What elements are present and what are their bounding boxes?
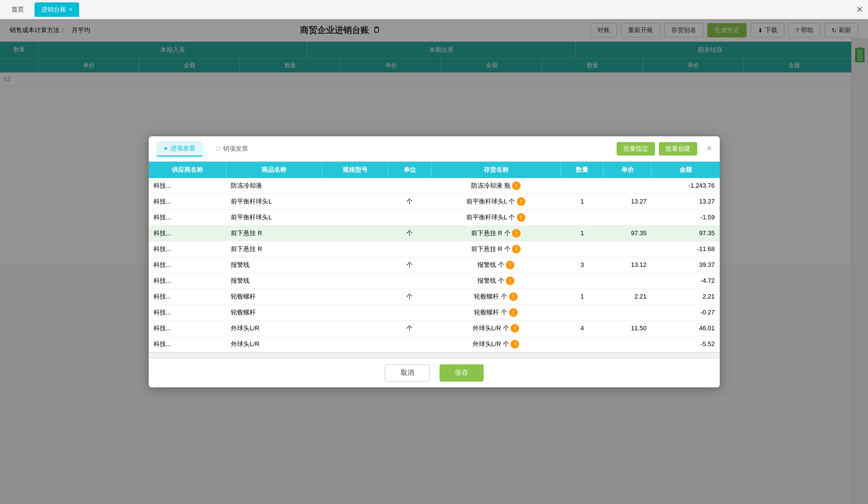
warning-icon[interactable]: ! bbox=[512, 181, 521, 190]
inventory-cell: 轮毂螺杆 个 ! bbox=[431, 288, 561, 304]
table-cell: 前下悬挂 R bbox=[226, 241, 321, 257]
horizontal-scrollbar[interactable] bbox=[149, 352, 720, 358]
table-cell: 前下悬挂 R bbox=[226, 225, 321, 241]
table-cell: 轮毂螺杆 bbox=[226, 304, 321, 320]
table-cell: 13.27 bbox=[604, 193, 652, 209]
warning-icon[interactable]: ! bbox=[517, 213, 525, 222]
table-cell: 1 bbox=[561, 193, 604, 209]
table-cell bbox=[388, 336, 431, 352]
table-row: 科技...前平衡杆球头L前平衡杆球头L 个 !-1.59 bbox=[149, 209, 720, 225]
tab-close-icon[interactable]: × bbox=[69, 6, 72, 13]
batch-assign-button[interactable]: 批量指定 bbox=[617, 142, 655, 156]
table-cell: 外球头L/R bbox=[226, 336, 321, 352]
warning-icon[interactable]: ! bbox=[512, 229, 521, 238]
table-cell: 个 bbox=[388, 257, 431, 273]
table-cell bbox=[561, 304, 604, 320]
table-cell bbox=[322, 320, 388, 336]
warning-icon[interactable]: ! bbox=[506, 261, 514, 269]
table-row: 科技...轮毂螺杆个轮毂螺杆 个 !12.212.21 bbox=[149, 288, 720, 304]
table-cell bbox=[388, 273, 431, 288]
tab-home[interactable]: 首页 bbox=[5, 2, 31, 17]
table-cell: 科技... bbox=[149, 193, 226, 209]
table-cell: -5.52 bbox=[652, 336, 720, 352]
inventory-cell: 前平衡杆球头L 个 ! bbox=[431, 209, 561, 225]
table-cell: 4 bbox=[561, 320, 604, 336]
modal-table-wrap[interactable]: 供应商名称 商品名称 规格型号 单位 存货名称 数量 单价 金额 科技...防冻… bbox=[149, 162, 720, 352]
table-cell bbox=[388, 241, 431, 257]
inventory-cell: 防冻冷却液 瓶 ! bbox=[431, 178, 561, 194]
inventory-cell: 报警线 个 ! bbox=[431, 257, 561, 273]
outgoing-icon: □ bbox=[216, 145, 220, 152]
table-cell: 科技... bbox=[149, 178, 226, 194]
warning-icon[interactable]: ! bbox=[512, 245, 521, 253]
warning-icon[interactable]: ! bbox=[511, 340, 519, 348]
inventory-cell: 轮毂螺杆 个 ! bbox=[431, 304, 561, 320]
incoming-icon: ● bbox=[164, 144, 168, 152]
table-cell bbox=[604, 241, 652, 257]
tab-incoming-invoice[interactable]: ● 进项发票 bbox=[156, 141, 203, 156]
th-amount: 金额 bbox=[652, 162, 720, 178]
table-cell bbox=[322, 193, 388, 209]
tab-outgoing-invoice[interactable]: □ 销项发票 bbox=[209, 142, 256, 156]
tab-active[interactable]: 进销台账 × bbox=[35, 2, 79, 17]
table-cell: 外球头L/R bbox=[226, 320, 321, 336]
table-cell bbox=[322, 304, 388, 320]
th-inventory: 存货名称 bbox=[431, 162, 561, 178]
warning-icon[interactable]: ! bbox=[517, 197, 525, 206]
table-cell bbox=[604, 336, 652, 352]
cancel-button[interactable]: 取消 bbox=[385, 364, 430, 382]
table-cell: 2.21 bbox=[604, 288, 652, 304]
table-cell bbox=[322, 178, 388, 194]
table-cell: -0.27 bbox=[652, 304, 720, 320]
modal-header-actions: 批量指定 批量创建 bbox=[617, 142, 697, 156]
warning-icon[interactable]: ! bbox=[509, 308, 518, 317]
table-cell bbox=[322, 225, 388, 241]
table-cell bbox=[561, 273, 604, 288]
table-cell: 报警线 bbox=[226, 257, 321, 273]
table-cell: 科技... bbox=[149, 209, 226, 225]
modal-close-button[interactable]: × bbox=[707, 144, 712, 154]
table-cell: 轮毂螺杆 bbox=[226, 288, 321, 304]
table-row: 科技...外球头L/R个外球头L/R 个 !411.5046.01 bbox=[149, 320, 720, 336]
th-spec: 规格型号 bbox=[322, 162, 388, 178]
table-cell: 1 bbox=[561, 288, 604, 304]
table-cell: 防冻冷却液 bbox=[226, 178, 321, 194]
table-cell: 3 bbox=[561, 257, 604, 273]
table-cell: 个 bbox=[388, 320, 431, 336]
table-row: 科技...防冻冷却液防冻冷却液 瓶 !-1,243.76 bbox=[149, 178, 720, 194]
modal-overlay: ● 进项发票 □ 销项发票 批量指定 批量创建 × 供应 bbox=[0, 19, 868, 504]
table-cell bbox=[388, 178, 431, 194]
warning-icon[interactable]: ! bbox=[509, 292, 518, 301]
table-cell bbox=[561, 178, 604, 194]
table-cell: -1.59 bbox=[652, 209, 720, 225]
save-button[interactable]: 保存 bbox=[440, 364, 484, 382]
table-cell bbox=[322, 288, 388, 304]
table-cell: 前平衡杆球头L bbox=[226, 209, 321, 225]
table-cell bbox=[561, 336, 604, 352]
table-cell bbox=[604, 209, 652, 225]
warning-icon[interactable]: ! bbox=[506, 276, 514, 285]
inventory-cell: 外球头L/R 个 ! bbox=[431, 336, 561, 352]
table-cell: -1,243.76 bbox=[652, 178, 720, 194]
table-cell bbox=[388, 209, 431, 225]
table-row: 科技...外球头L/R外球头L/R 个 !-5.52 bbox=[149, 336, 720, 352]
batch-create-button[interactable]: 批量创建 bbox=[659, 142, 697, 156]
inventory-cell: 前平衡杆球头L 个 ! bbox=[431, 193, 561, 209]
warning-icon[interactable]: ! bbox=[511, 324, 519, 333]
table-cell: 前平衡杆球头L bbox=[226, 193, 321, 209]
table-cell bbox=[322, 241, 388, 257]
table-cell: -4.72 bbox=[652, 273, 720, 288]
table-cell: 97.35 bbox=[652, 225, 720, 241]
table-row: 科技...前下悬挂 R前下悬挂 R 个 !-11.68 bbox=[149, 241, 720, 257]
table-cell: -11.68 bbox=[652, 241, 720, 257]
table-cell: 科技... bbox=[149, 225, 226, 241]
modal-footer: 取消 保存 bbox=[149, 358, 720, 387]
table-cell bbox=[604, 178, 652, 194]
table-row: 科技...前平衡杆球头L个前平衡杆球头L 个 !113.2713.27 bbox=[149, 193, 720, 209]
table-cell: 科技... bbox=[149, 257, 226, 273]
modal-header: ● 进项发票 □ 销项发票 批量指定 批量创建 × bbox=[149, 136, 720, 162]
table-cell: 13.12 bbox=[604, 257, 652, 273]
table-row: 科技...前下悬挂 R个前下悬挂 R 个 !197.3597.35 bbox=[149, 225, 720, 241]
window-close-button[interactable]: ✕ bbox=[856, 4, 863, 15]
table-cell bbox=[322, 257, 388, 273]
